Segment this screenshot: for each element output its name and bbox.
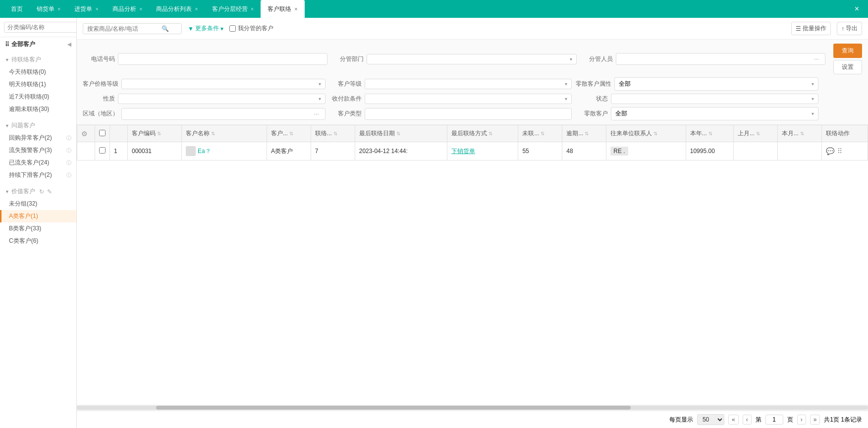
col-last-month[interactable]: 上月... ⇅: [733, 125, 777, 142]
close-purchase-tab[interactable]: ×: [95, 6, 98, 12]
batch-op-button[interactable]: ☰ 批量操作: [791, 22, 831, 35]
col-this-year[interactable]: 本年... ⇅: [686, 125, 733, 142]
payment-select[interactable]: ▾: [365, 94, 572, 104]
nav-product-list[interactable]: 商品分析列表 ×: [149, 0, 205, 18]
status-select[interactable]: ▾: [611, 94, 818, 104]
main-search-icon[interactable]: 🔍: [162, 25, 169, 32]
filter-row-1: 电话号码 分管部门 ▾ 分管人员 ···: [83, 44, 862, 74]
dots-icon-region[interactable]: ···: [312, 110, 321, 117]
sidebar-item-churned[interactable]: 已流失客户(24) ⓘ: [0, 157, 76, 169]
nav-product-analysis[interactable]: 商品分析 ×: [106, 0, 149, 18]
sidebar-item-a-class[interactable]: A类客户(1): [0, 210, 76, 222]
sidebar-item-tomorrow[interactable]: 明天待联络(1): [0, 78, 76, 91]
total-records: 共1页 1条记录: [824, 416, 862, 424]
customer-type-input[interactable]: [365, 108, 572, 120]
nav-purchase[interactable]: 进货单 ×: [67, 0, 105, 18]
sidebar-item-7days[interactable]: 近7天待联络(0): [0, 91, 76, 103]
phone-input[interactable]: [118, 53, 327, 65]
first-page-btn[interactable]: «: [728, 415, 739, 425]
more-conditions-btn[interactable]: ▼ 更多条件 ▾: [188, 24, 223, 33]
export-button[interactable]: ↑ 导出: [837, 22, 862, 35]
export-icon: ↑: [841, 25, 844, 32]
col-name[interactable]: 客户名称 ⇅: [181, 125, 267, 142]
close-product-list-tab[interactable]: ×: [195, 6, 198, 12]
dots-icon[interactable]: ···: [812, 55, 821, 62]
col-this-month[interactable]: 本月... ⇅: [777, 125, 821, 142]
col-last-date[interactable]: 最后联络日期 ⇅: [355, 125, 447, 142]
row-checkbox[interactable]: [99, 147, 106, 154]
window-close-button[interactable]: ×: [850, 4, 864, 13]
sort-icon-code: ⇅: [157, 131, 161, 136]
refresh-icon[interactable]: ↻: [39, 188, 44, 195]
col-code[interactable]: 客户编码 ⇅: [128, 125, 182, 142]
dept-select[interactable]: ▾: [367, 54, 576, 64]
nature-select[interactable]: ▾: [118, 94, 326, 104]
customer-name-text[interactable]: Ea？: [198, 147, 211, 156]
query-button[interactable]: 查询: [833, 44, 862, 58]
sidebar-collapse-icon[interactable]: ◀: [67, 42, 71, 47]
sidebar-all-customers[interactable]: ⠿ 全部客户 ◀: [0, 37, 76, 52]
main-layout: 🔍 ⠿ 全部客户 ◀ ▼ 待联络客户 今天待联络(0) 明天待联络(1) 近7天…: [0, 18, 868, 428]
price-grade-select[interactable]: ▾: [121, 79, 326, 89]
person-label: 分管人员: [581, 55, 613, 63]
sidebar-group-pending-title[interactable]: ▼ 待联络客户: [0, 54, 76, 66]
sidebar-item-c-class[interactable]: C类客户(6): [0, 235, 76, 247]
sort-icon-last-month: ⇅: [756, 131, 760, 136]
col-no-contact[interactable]: 未联... ⇅: [518, 125, 562, 142]
col-last-method[interactable]: 最后联络方式 ⇅: [447, 125, 518, 142]
action-buttons: 查询 设置: [833, 44, 862, 74]
sidebar-item-today[interactable]: 今天待联络(0): [0, 66, 76, 78]
main-search-input[interactable]: [87, 25, 162, 32]
filter-group-status: 状态 ▾: [576, 94, 818, 104]
nav-home[interactable]: 首页: [4, 0, 30, 18]
customer-grade-select[interactable]: ▾: [365, 79, 572, 89]
filter-group-customer-type: 客户类型: [329, 108, 572, 120]
chevron-down-icon: ▾: [220, 25, 223, 32]
cell-gear: [77, 142, 95, 160]
select-all-checkbox[interactable]: [99, 130, 106, 136]
page-number-input[interactable]: [765, 415, 783, 425]
region-select[interactable]: ···: [121, 108, 326, 120]
last-method-link[interactable]: 下销货单: [451, 148, 475, 155]
sidebar-item-churn-warning[interactable]: 流失预警客户(3) ⓘ: [0, 144, 76, 157]
nav-customer-contact[interactable]: 客户联络 ×: [261, 0, 304, 18]
gear-icon[interactable]: ⚙: [81, 130, 88, 138]
next-page-btn[interactable]: ›: [797, 415, 806, 425]
sidebar-item-repurchase-abnormal[interactable]: 回购异常客户(2) ⓘ: [0, 132, 76, 144]
col-type[interactable]: 客户... ⇅: [267, 125, 311, 142]
prev-page-btn[interactable]: ‹: [743, 415, 752, 425]
sidebar-group-value-title[interactable]: ▼ 价值客户 ↻ ✎: [0, 185, 76, 198]
person-select[interactable]: ···: [616, 53, 825, 65]
settings-button[interactable]: 设置: [833, 60, 862, 74]
filter-group-retail-customer: 零散客户 全部 ▾: [576, 107, 818, 120]
sidebar-group-pending: ▼ 待联络客户 今天待联络(0) 明天待联络(1) 近7天待联络(0) 逾期未联…: [0, 52, 76, 117]
col-unit-contact[interactable]: 往来单位联系人 ⇅: [606, 125, 686, 142]
last-page-btn[interactable]: »: [810, 415, 820, 425]
col-checkbox: [95, 125, 110, 142]
close-sales-tab[interactable]: ×: [57, 6, 60, 12]
retail-attr-select[interactable]: 全部 ▾: [614, 77, 818, 91]
sidebar-item-unclassified[interactable]: 未分组(32): [0, 198, 76, 210]
sidebar-group-problem-title[interactable]: ▼ 问题客户: [0, 119, 76, 132]
col-contact[interactable]: 联络... ⇅: [311, 125, 355, 142]
sidebar-item-declining[interactable]: 持续下滑客户(2) ⓘ: [0, 169, 76, 181]
cell-last-month: [733, 142, 777, 160]
page-size-select[interactable]: 50 100 200: [697, 414, 724, 425]
retail-customer-select[interactable]: 全部 ▾: [611, 107, 818, 120]
nav-sales[interactable]: 销货单 ×: [30, 0, 67, 18]
sidebar-search-input[interactable]: [4, 22, 77, 33]
col-overdue[interactable]: 逾期... ⇅: [562, 125, 606, 142]
close-customer-tier-tab[interactable]: ×: [251, 6, 254, 12]
sidebar-item-overdue[interactable]: 逾期未联络(30): [0, 103, 76, 115]
close-customer-contact-tab[interactable]: ×: [294, 6, 297, 12]
my-customers-checkbox[interactable]: 我分管的客户: [229, 24, 273, 33]
more-icon[interactable]: ⠿: [837, 147, 842, 155]
edit-icon[interactable]: ✎: [47, 188, 52, 195]
chevron-status: ▾: [812, 96, 814, 102]
chat-icon[interactable]: 💬: [826, 147, 834, 155]
close-product-analysis-tab[interactable]: ×: [139, 6, 142, 12]
my-customers-check[interactable]: [229, 25, 236, 32]
sidebar-item-b-class[interactable]: B类客户(33): [0, 222, 76, 235]
horizontal-scrollbar[interactable]: [77, 405, 868, 411]
nav-customer-tier[interactable]: 客户分层经营 ×: [205, 0, 261, 18]
